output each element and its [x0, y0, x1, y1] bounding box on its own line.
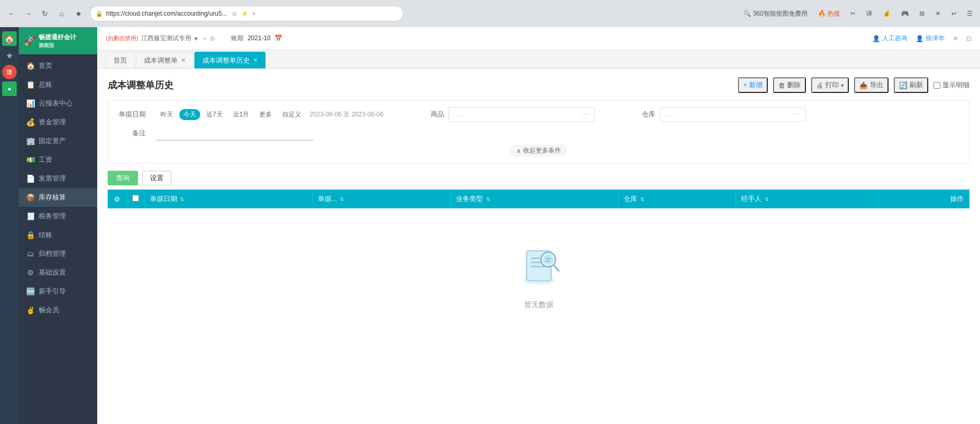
- sidebar-item-inventory[interactable]: 📦 库存核算: [19, 188, 97, 207]
- warehouse-select[interactable]: ... ···: [660, 107, 806, 122]
- scissors-tool[interactable]: ✂: [847, 9, 859, 18]
- forward-button[interactable]: →: [21, 6, 36, 21]
- date-btn-yesterday[interactable]: 昨天: [156, 109, 177, 120]
- settings-icon: ⚙: [26, 268, 34, 277]
- logo-icon: 🚀: [24, 35, 36, 46]
- collapse-button[interactable]: ∧ 收起更多条件: [510, 145, 567, 157]
- refresh-icon: 🔄: [899, 81, 907, 89]
- checkbox-column-header[interactable]: [126, 190, 144, 208]
- account-warning-text: (勿删勿禁用): [106, 34, 138, 42]
- page-tab-home[interactable]: 首页: [106, 52, 135, 68]
- remark-filter-label: 备注: [117, 128, 146, 138]
- sidebar-item-member[interactable]: ✌ 畅会员: [19, 301, 97, 320]
- bookmark-button[interactable]: ★: [71, 6, 86, 21]
- sidebar-item-reports[interactable]: 📊 云报表中心: [19, 94, 97, 113]
- display-cols-toggle[interactable]: 显示明细: [933, 80, 970, 90]
- goods-select[interactable]: ... ···: [448, 107, 595, 122]
- icon-bar-home[interactable]: 🏠: [2, 31, 17, 46]
- collapse-label: 收起更多条件: [523, 146, 561, 155]
- sidebar-item-tax[interactable]: 🧾 税务管理: [19, 207, 97, 226]
- back-button[interactable]: ←: [4, 6, 19, 21]
- goods-filter-group: 商品 ... ···: [415, 107, 595, 122]
- fixed-icon: 🏢: [26, 137, 34, 145]
- funds-icon: 💰: [26, 118, 34, 126]
- gear-column-header[interactable]: ⚙: [108, 190, 126, 208]
- translate-tool[interactable]: 译: [863, 8, 875, 19]
- hot-search[interactable]: 🔥 热搜: [815, 8, 843, 19]
- date-column-header[interactable]: 单据日期 ⇅: [144, 190, 312, 208]
- coin-tool[interactable]: 💰: [880, 9, 894, 18]
- sidebar-item-funds[interactable]: 💰 资金管理: [19, 113, 97, 132]
- number-column-header[interactable]: 单据... ⇅: [312, 190, 451, 208]
- home-button[interactable]: ⌂: [54, 6, 69, 21]
- header-right: 👤 人工咨询 👤 徐泽华 ✕ ⊡: [872, 34, 972, 43]
- sidebar-label-invoice: 发票管理: [39, 174, 66, 183]
- sidebar-label-payroll: 工资: [39, 155, 52, 164]
- handler-column-header[interactable]: 经手人 ⇅: [735, 190, 878, 208]
- select-all-checkbox[interactable]: [132, 195, 139, 202]
- delete-button[interactable]: 🗑 删除: [773, 77, 806, 93]
- sidebar-nav: 🏠 首页 📋 总账 📊 云报表中心 💰 资金管理 🏢 固定资产 💵 工资: [19, 54, 97, 424]
- sidebar-item-home[interactable]: 🏠 首页: [19, 56, 97, 75]
- biztype-column-header[interactable]: 业务类型 ⇅: [451, 190, 618, 208]
- ssl-icon: 🔒: [96, 10, 103, 17]
- address-bar[interactable]: 🔒 https://cloud.chanjet.com/accounting/u…: [90, 6, 403, 21]
- account-selector[interactable]: (勿删勿禁用) 江西服宝测试专用 ▾ + ⚙: [106, 34, 215, 43]
- sidebar-item-archive[interactable]: 🗂 归档管理: [19, 244, 97, 263]
- sidebar-item-settings[interactable]: ⚙ 基础设置: [19, 263, 97, 282]
- settings-gear-icon[interactable]: ⚙: [210, 35, 215, 42]
- number-col-label: 单据...: [318, 195, 337, 203]
- remark-input[interactable]: [156, 126, 313, 140]
- logo-sub-text: 旗舰版: [39, 42, 76, 49]
- tab-cost-adjust-close[interactable]: ✕: [181, 57, 186, 64]
- user-profile-link[interactable]: 👤 徐泽华: [916, 34, 944, 43]
- sidebar-item-payroll[interactable]: 💵 工资: [19, 150, 97, 169]
- icon-bar-star[interactable]: ★: [2, 48, 17, 63]
- date-btn-more[interactable]: 更多: [255, 109, 276, 120]
- page-tabs: 首页 成本调整单 ✕ 成本调整单历史 ✕: [97, 50, 980, 69]
- sidebar-item-fixed[interactable]: 🏢 固定资产: [19, 132, 97, 150]
- icon-bar-weibo[interactable]: 微: [2, 65, 17, 79]
- icon-bar-green[interactable]: ●: [2, 81, 17, 96]
- handler-col-label: 经手人: [741, 195, 762, 203]
- menu-tool[interactable]: ☰: [964, 9, 976, 18]
- sidebar-label-archive: 归档管理: [39, 249, 66, 258]
- tab-history-close[interactable]: ✕: [253, 57, 258, 64]
- sidebar-item-ledger[interactable]: 📋 总账: [19, 75, 97, 94]
- sidebar-label-ledger: 总账: [39, 80, 52, 89]
- grid-tool[interactable]: ⊞: [916, 9, 928, 18]
- date-btn-custom[interactable]: 自定义: [278, 109, 305, 120]
- game-tool[interactable]: 🎮: [898, 9, 912, 18]
- sidebar-item-invoice[interactable]: 📄 发票管理: [19, 169, 97, 188]
- search-tool[interactable]: 🔍 360智能抠图免费用: [740, 8, 810, 19]
- add-account-icon[interactable]: +: [203, 35, 206, 42]
- date-btn-7days[interactable]: 近7天: [202, 109, 227, 120]
- calendar-icon[interactable]: 📅: [274, 34, 282, 42]
- resize-window-btn[interactable]: ⊡: [966, 35, 972, 42]
- theme-tool[interactable]: ☀: [932, 9, 944, 18]
- date-btn-1month[interactable]: 近1月: [229, 109, 253, 120]
- new-button[interactable]: + 新增: [738, 77, 768, 93]
- query-button[interactable]: 查询: [108, 171, 138, 185]
- warehouse-column-header[interactable]: 仓库 ⇅: [618, 190, 736, 208]
- empty-state: 暂无数据: [108, 208, 970, 341]
- date-btn-today[interactable]: 今天: [179, 109, 200, 120]
- refresh-button[interactable]: ↻: [38, 6, 52, 21]
- tab-cost-adjust-label: 成本调整单: [144, 56, 178, 65]
- print-button[interactable]: 🖨 打印 ▾: [811, 77, 849, 93]
- close-window-btn[interactable]: ✕: [953, 35, 958, 42]
- settings-table-button[interactable]: 设置: [142, 171, 171, 185]
- customer-service-link[interactable]: 👤 人工咨询: [872, 34, 907, 43]
- sidebar-item-closing[interactable]: 🔒 结账: [19, 226, 97, 244]
- undo-tool[interactable]: ↩: [948, 9, 960, 18]
- page-title: 成本调整单历史: [108, 79, 174, 91]
- svg-rect-10: [546, 261, 550, 262]
- page-tab-cost-adjust[interactable]: 成本调整单 ✕: [136, 52, 193, 68]
- warehouse-filter-label: 仓库: [626, 110, 655, 119]
- display-cols-checkbox[interactable]: [933, 82, 940, 89]
- sidebar-item-guide[interactable]: 🆕 新手引导: [19, 282, 97, 301]
- refresh-button[interactable]: 🔄 刷新: [894, 77, 928, 93]
- filter-area: 单据日期 昨天 今天 近7天 近1月 更多 自定义 2023-06-06 至 2…: [108, 100, 970, 163]
- page-tab-history[interactable]: 成本调整单历史 ✕: [194, 52, 266, 68]
- export-button[interactable]: 📤 导出: [854, 77, 889, 93]
